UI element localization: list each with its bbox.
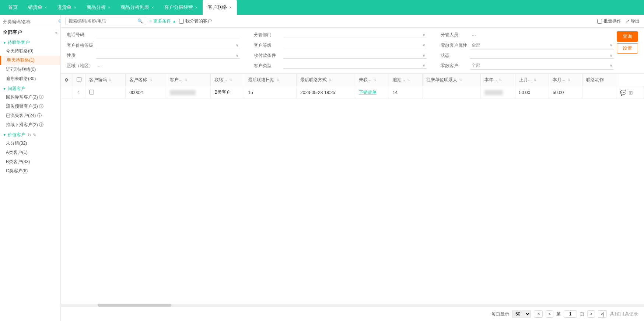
first-page-button[interactable]: |< — [534, 310, 543, 318]
close-icon[interactable]: × — [45, 5, 47, 10]
col-header-last-month[interactable]: 上月... ⇅ — [515, 74, 549, 86]
batch-checkbox[interactable] — [597, 19, 602, 24]
col-header-contact-person[interactable]: 往来单位联系人 ⇅ — [422, 74, 480, 86]
sidebar-item-tomorrow-pending[interactable]: 明天待联络(1) — [0, 56, 60, 65]
more-filter-button[interactable]: ≡ 更多条件 ▲ — [149, 18, 176, 24]
row-checkbox[interactable] — [89, 90, 94, 94]
sidebar-item-class-a[interactable]: A类客户(1) — [0, 148, 60, 157]
col-header-last-contact-method[interactable]: 最后联络方式 ⇅ — [297, 74, 355, 86]
sidebar-item-today-pending[interactable]: 今天待联络(0) — [0, 46, 60, 56]
customer-level-label: 客户等级 — [254, 42, 283, 49]
filter-dept: 分管部门 ∨ — [254, 32, 427, 38]
sidebar-item-unclassified[interactable]: 未分组(32) — [0, 139, 60, 148]
retail-select[interactable]: 全部 ∨ — [470, 62, 614, 70]
customer-level-select[interactable]: ∨ — [283, 42, 427, 48]
col-header-last-contact-date[interactable]: 最后联络日期 ⇅ — [244, 74, 297, 86]
next-page-button[interactable]: > — [587, 310, 595, 318]
nature-select[interactable]: ∨ — [96, 53, 240, 59]
checkbox-column-header[interactable] — [73, 74, 85, 86]
nav-purchase-order[interactable]: 进货单 × — [52, 0, 81, 15]
retail-attr-select[interactable]: 全部 ∨ — [470, 41, 614, 49]
scrollbar-thumb[interactable] — [98, 304, 171, 307]
search-input[interactable] — [69, 18, 137, 24]
export-button[interactable]: ↗ 导出 — [626, 18, 640, 24]
price-level-select[interactable]: ∨ — [96, 42, 240, 48]
sidebar-item-7days-pending[interactable]: 近7天待联络(0) — [0, 65, 60, 74]
my-customers-checkbox[interactable] — [179, 19, 184, 24]
sidebar-item-class-b[interactable]: B类客户(33) — [0, 157, 60, 166]
sidebar-search-input[interactable] — [3, 19, 58, 24]
close-icon[interactable]: × — [74, 5, 76, 10]
customer-type-label: 客户类型 — [254, 63, 283, 69]
sort-icon: ⇅ — [407, 78, 410, 82]
sidebar-item-overdue[interactable]: 逾期未联络(30) — [0, 74, 60, 83]
last-page-button[interactable]: >| — [598, 310, 607, 318]
table-header-row: ⚙ 客户编码 ⇅ 客户名称 ⇅ 客户... ⇅ 联络... ⇅ 最后联络日期 ⇅… — [61, 74, 644, 86]
filter-panel: 电话号码 分管部门 ∨ 分管人员 — [61, 28, 644, 74]
batch-operation-button[interactable]: 批量操作 — [597, 18, 621, 24]
filter-actions: 查询 设置 — [617, 31, 638, 70]
filter-row-2: 客户价格等级 ∨ 客户等级 ∨ — [67, 41, 614, 49]
sort-icon: ⇅ — [149, 78, 152, 82]
sidebar-item-churned[interactable]: 已流失客户(24) ⓘ — [0, 111, 60, 120]
close-icon[interactable]: × — [151, 5, 154, 10]
search-icon[interactable]: 🔍 — [58, 19, 61, 24]
page-input[interactable] — [564, 310, 577, 318]
row-settings-icon[interactable] — [61, 86, 73, 99]
settings-button[interactable]: 设置 — [617, 43, 638, 54]
chevron-down-icon: ∨ — [423, 54, 425, 58]
col-header-code[interactable]: 客户编码 ⇅ — [85, 74, 126, 86]
row-last-contact-method[interactable]: 下销货单 — [355, 86, 389, 99]
my-customers-checkbox-label[interactable]: 我分管的客户 — [179, 18, 212, 24]
horizontal-scrollbar[interactable] — [61, 304, 644, 307]
sidebar-item-repurchase-abnormal[interactable]: 回购异常客户(2) ⓘ — [0, 93, 60, 102]
page-size-select[interactable]: 50 100 200 — [512, 310, 531, 318]
settings-column-header[interactable]: ⚙ — [61, 74, 73, 86]
select-all-checkbox[interactable] — [77, 77, 81, 82]
sort-icon: ⇅ — [567, 78, 570, 82]
sidebar-item-declining[interactable]: 持续下滑客户(2) ⓘ — [0, 120, 60, 130]
status-select[interactable]: ∨ — [470, 53, 614, 59]
filter-retail-attr: 零散客户属性 全部 ∨ — [441, 41, 614, 49]
close-icon[interactable]: × — [229, 5, 231, 10]
nav-sales-order[interactable]: 销货单 × — [23, 0, 52, 15]
nav-product-analysis-list[interactable]: 商品分析列表 × — [115, 0, 159, 15]
message-icon[interactable]: 💬 — [620, 90, 626, 96]
prev-page-button[interactable]: < — [546, 310, 553, 318]
phone-input[interactable] — [96, 31, 240, 38]
nav-customer-contact[interactable]: 客户联络 × — [203, 0, 237, 15]
contact-method-link[interactable]: 下销货单 — [359, 90, 377, 95]
close-icon[interactable]: × — [195, 5, 197, 10]
close-icon[interactable]: × — [108, 5, 110, 10]
dots-icon[interactable]: ··· — [472, 32, 476, 38]
dept-select[interactable]: ∨ — [283, 32, 427, 38]
nav-product-analysis[interactable]: 商品分析 × — [81, 0, 115, 15]
refresh-icon[interactable]: ↻ — [28, 132, 31, 138]
top-navigation: 首页 销货单 × 进货单 × 商品分析 × 商品分析列表 × 客户分层经营 × … — [0, 0, 644, 15]
sidebar-all-customers[interactable]: 全部客户 « — [0, 28, 60, 37]
dots-icon[interactable]: ··· — [98, 63, 102, 69]
col-header-no-contact[interactable]: 未联... ⇅ — [355, 74, 389, 86]
sort-icon: ⇅ — [277, 78, 280, 82]
edit-icon[interactable]: ✎ — [33, 132, 36, 138]
search-icon[interactable]: 🔍 — [137, 18, 143, 24]
nav-home[interactable]: 首页 — [3, 0, 23, 15]
payment-select[interactable]: ∨ — [283, 53, 427, 59]
nav-customer-tier[interactable]: 客户分层经营 × — [159, 0, 203, 15]
col-header-overdue[interactable]: 逾期... ⇅ — [389, 74, 422, 86]
col-header-this-month[interactable]: 本月... ⇅ — [549, 74, 582, 86]
retail-label: 零散客户 — [441, 63, 470, 69]
col-header-contact-count[interactable]: 联络... ⇅ — [211, 74, 244, 86]
sidebar-item-churn-warning[interactable]: 流失预警客户(3) ⓘ — [0, 102, 60, 111]
sidebar-item-class-c[interactable]: C类客户(6) — [0, 166, 60, 176]
grid-icon[interactable]: ⊞ — [629, 90, 633, 96]
customer-type-select[interactable]: ∨ — [283, 63, 427, 69]
chevron-up-icon: ▲ — [172, 19, 176, 23]
sort-icon: ⇅ — [329, 78, 332, 82]
col-header-name[interactable]: 客户名称 ⇅ — [126, 74, 166, 86]
col-header-type[interactable]: 客户... ⇅ — [166, 74, 210, 86]
col-header-this-year[interactable]: 本年... ⇅ — [480, 74, 515, 86]
query-button[interactable]: 查询 — [617, 31, 638, 42]
filter-customer-level: 客户等级 ∨ — [254, 42, 427, 49]
row-checkbox-cell[interactable] — [85, 86, 126, 99]
